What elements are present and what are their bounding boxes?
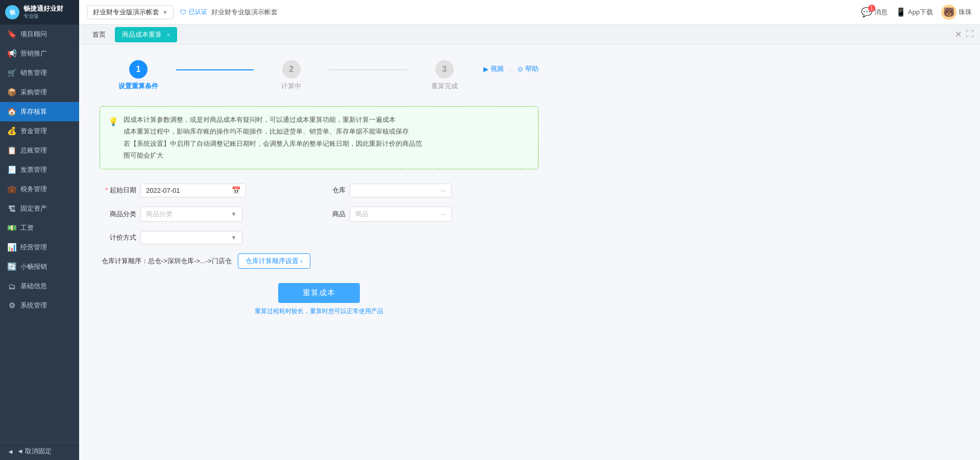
- warehouse-order-row: 仓库计算顺序：总仓->深圳仓库->...->门店仓 仓库计算顺序设置 ›: [100, 253, 538, 269]
- recalc-btn-label: 重算成本: [303, 288, 335, 297]
- sidebar-item-资金管理[interactable]: 💰 资金管理: [0, 121, 79, 141]
- info-line-4: 围可能会扩大: [124, 149, 422, 161]
- close-window-icon[interactable]: ✕: [955, 30, 962, 39]
- step-1-num: 1: [136, 65, 141, 74]
- tab-cost-recalc[interactable]: 商品成本重算 ×: [115, 27, 177, 42]
- topbar: 好业财专业版演示帐套 ▼ 🛡 已认证 好业财专业版演示帐套 💬 1 消息 📱 A…: [79, 0, 980, 24]
- info-line-2: 成本重算过程中，影响库存账的操作均不能操作，比如进货单、销货单、库存单据不能审核…: [124, 125, 422, 137]
- account-selector[interactable]: 好业财专业版演示帐套 ▼: [87, 5, 174, 19]
- step-1-label: 设置重算条件: [118, 82, 158, 91]
- sidebar-item-采购管理[interactable]: 📦 采购管理: [0, 83, 79, 102]
- warehouse-order-settings-button[interactable]: 仓库计算顺序设置 ›: [238, 253, 310, 269]
- sidebar-label-系统管理: 系统管理: [20, 301, 47, 310]
- tab-home[interactable]: 首页: [85, 27, 113, 42]
- category-select[interactable]: 商品分类 ▼: [140, 207, 242, 222]
- sidebar-item-固定资产[interactable]: 🏗 固定资产: [0, 199, 79, 218]
- shield-icon: 🛡: [180, 8, 187, 16]
- stepper: 1 设置重算条件 2 计算中 3 重算完成 ▶ 视频 | ⊙: [100, 60, 538, 91]
- sidebar-item-税务管理[interactable]: 💼 税务管理: [0, 180, 79, 199]
- sidebar-icon-销售管理: 🛒: [7, 68, 16, 78]
- sidebar-item-销售管理[interactable]: 🛒 销售管理: [0, 63, 79, 83]
- avatar: 🐻: [941, 5, 957, 20]
- sidebar-item-经营管理[interactable]: 📊 经营管理: [0, 238, 79, 257]
- info-line-3: 若【系统设置】中启用了自动调整记账日期时，会调整入库单的整单记账日期，因此重新计…: [124, 138, 422, 149]
- account-selector-text: 好业财专业版演示帐套: [93, 8, 159, 17]
- tab-cost-recalc-label: 商品成本重算: [122, 31, 162, 38]
- sidebar-label-销售管理: 销售管理: [20, 68, 47, 78]
- category-chevron-icon: ▼: [231, 211, 237, 218]
- recalc-section: 重算成本 重算过程耗时较长，重算时您可以正常使用产品: [100, 283, 538, 316]
- sidebar-icon-小畅报销: 🔄: [7, 262, 16, 271]
- sidebar-icon-税务管理: 💼: [7, 185, 16, 194]
- sidebar-icon-发票管理: 🧾: [7, 165, 16, 174]
- topbar-account-name: 好业财专业版演示帐套: [211, 8, 278, 17]
- sidebar-item-库存核算[interactable]: 🏠 库存核算: [0, 102, 79, 121]
- sidebar-item-总账管理[interactable]: 📋 总账管理: [0, 141, 79, 160]
- tabbar: 首页 商品成本重算 × ✕ ⛶: [79, 24, 980, 45]
- sidebar-item-小畅报销[interactable]: 🔄 小畅报销: [0, 257, 79, 276]
- sidebar-label-采购管理: 采购管理: [20, 88, 47, 97]
- category-label: 商品分类: [100, 210, 140, 219]
- sidebar-label-工资: 工资: [20, 223, 34, 233]
- sidebar-icon-营销推广: 📢: [7, 49, 16, 58]
- recalc-button[interactable]: 重算成本: [278, 283, 360, 303]
- product-placeholder: 商品: [355, 210, 369, 219]
- app-download-button[interactable]: 📱 App下载: [896, 7, 933, 17]
- sidebar-item-基础信息[interactable]: 🗂 基础信息: [0, 276, 79, 296]
- tab-home-label: 首页: [92, 31, 106, 38]
- product-label: 商品: [329, 210, 350, 219]
- sidebar-label-税务管理: 税务管理: [20, 185, 47, 194]
- pin-icon: ◄: [7, 448, 14, 455]
- message-button[interactable]: 💬 1 消息: [861, 7, 888, 18]
- pricing-select[interactable]: ▼: [140, 231, 242, 244]
- sidebar-item-营销推广[interactable]: 📢 营销推广: [0, 44, 79, 63]
- step-2: 2 计算中: [253, 60, 330, 91]
- step-3: 3 重算完成: [406, 60, 483, 91]
- sidebar-label-资金管理: 资金管理: [20, 126, 47, 136]
- step-1-circle: 1: [129, 60, 148, 79]
- warehouse-order-text: 仓库计算顺序：总仓->深圳仓库->...->门店仓: [102, 257, 232, 266]
- video-help-link[interactable]: ▶ 视频: [483, 64, 504, 73]
- help-link[interactable]: ⊙ 帮助: [518, 64, 538, 73]
- recalc-hint: 重算过程耗时较长，重算时您可以正常使用产品: [100, 307, 538, 316]
- sidebar-icon-资金管理: 💰: [7, 126, 16, 136]
- product-select[interactable]: 商品 ···: [350, 207, 452, 222]
- start-date-label: 起始日期: [100, 186, 140, 195]
- sidebar-icon-经营管理: 📊: [7, 243, 16, 252]
- content-area: 1 设置重算条件 2 计算中 3 重算完成 ▶ 视频 | ⊙: [79, 45, 980, 460]
- sidebar-header: 畅 畅捷通好业财 专业版: [0, 0, 79, 24]
- sidebar-item-工资[interactable]: 💵 工资: [0, 218, 79, 238]
- sidebar-label-总账管理: 总账管理: [20, 146, 47, 155]
- warehouse-group: 仓库 ···: [329, 184, 538, 197]
- message-badge: 1: [868, 5, 875, 12]
- sidebar-label-经营管理: 经营管理: [20, 243, 47, 252]
- sidebar-icon-采购管理: 📦: [7, 88, 16, 97]
- step-3-num: 3: [442, 65, 447, 74]
- start-date-input[interactable]: [146, 184, 232, 197]
- warehouse-order-btn-label: 仓库计算顺序设置 ›: [246, 257, 303, 266]
- start-date-input-wrapper[interactable]: 📅: [140, 184, 246, 197]
- tab-close-icon[interactable]: ×: [167, 32, 170, 38]
- step-2-label: 计算中: [281, 82, 301, 91]
- warehouse-dots-icon: ···: [440, 187, 446, 194]
- user-profile[interactable]: 🐻 珠珠: [941, 5, 972, 20]
- sidebar-label-库存核算: 库存核算: [20, 107, 47, 116]
- pin-label: ◄ 取消固定: [17, 447, 52, 456]
- info-icon: 💡: [108, 115, 118, 162]
- calendar-icon[interactable]: 📅: [232, 186, 240, 194]
- sidebar-icon-系统管理: ⚙: [7, 301, 16, 310]
- sidebar-pin-toggle[interactable]: ◄ ◄ 取消固定: [0, 442, 79, 460]
- sidebar-icon-基础信息: 🗂: [7, 282, 16, 291]
- form-row-3: 计价方式 ▼: [100, 231, 538, 244]
- sidebar-item-系统管理[interactable]: ⚙ 系统管理: [0, 296, 79, 315]
- pricing-label: 计价方式: [100, 233, 140, 242]
- sidebar-icon-工资: 💵: [7, 223, 16, 233]
- sidebar-icon-总账管理: 📋: [7, 146, 16, 155]
- warehouse-select[interactable]: ···: [350, 184, 452, 197]
- expand-icon[interactable]: ⛶: [966, 30, 974, 39]
- sidebar-item-发票管理[interactable]: 🧾 发票管理: [0, 160, 79, 180]
- sidebar-item-项目顾问[interactable]: 🔖 项目顾问: [0, 24, 79, 44]
- topbar-actions: 💬 1 消息 📱 App下载 🐻 珠珠: [861, 5, 972, 20]
- sidebar-label-基础信息: 基础信息: [20, 282, 47, 291]
- phone-icon: 📱: [896, 7, 906, 17]
